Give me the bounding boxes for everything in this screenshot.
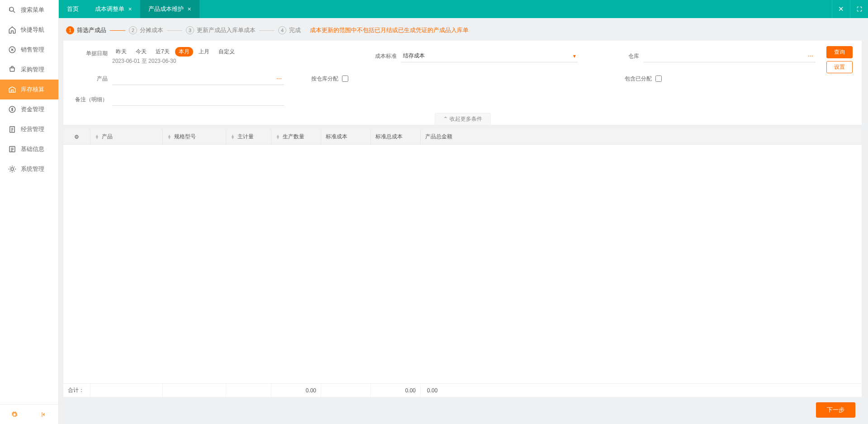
sidebar-item-inventory[interactable]: 库存核算 <box>0 80 58 99</box>
step-label: 筛选产成品 <box>77 26 106 34</box>
collapse-label: 收起更多条件 <box>450 116 482 122</box>
date-from: 2023-06-01 <box>112 58 140 64</box>
tab-close-icon[interactable]: ✕ <box>187 6 191 12</box>
sidebar-item-system[interactable]: 系统管理 <box>0 159 58 179</box>
tf-cell <box>90 384 163 397</box>
money-icon <box>8 105 16 113</box>
tabs-bar: 首页 成本调整单 ✕ 产品成本维护 ✕ ✕ <box>59 0 868 18</box>
product-input[interactable]: ⋯ <box>112 72 284 85</box>
th-label: 规格型号 <box>174 133 196 141</box>
sidebar-item-basic[interactable]: 基础信息 <box>0 139 58 159</box>
step-line <box>110 30 125 31</box>
checkbox-label: 包含已分配 <box>625 75 652 83</box>
next-button[interactable]: 下一步 <box>816 402 855 418</box>
table-header: ⚙ ▲▼ 产品 ▲▼ 规格型号 ▲▼ 主计量 ▲▼ <box>63 129 862 145</box>
pill-7days[interactable]: 近7天 <box>152 47 173 57</box>
tf-qty: 0.00 <box>271 384 321 397</box>
step-1[interactable]: 1 筛选产成品 <box>66 26 106 34</box>
th-label: 主计量 <box>237 133 254 141</box>
remark-input[interactable] <box>112 93 284 106</box>
sidebar-item-label: 销售管理 <box>21 46 44 54</box>
collapse-button[interactable]: ⌃收起更多条件 <box>435 113 491 125</box>
th-unit[interactable]: ▲▼ 主计量 <box>226 129 271 144</box>
checkbox-label: 按仓库分配 <box>311 75 338 83</box>
query-button[interactable]: 查询 <box>826 46 853 58</box>
steps-warning: 成本更新的范围中不包括已月结或已生成凭证的产成品入库单 <box>310 26 469 34</box>
th-label: 产品 <box>102 133 113 141</box>
step-4[interactable]: 4 完成 <box>278 26 301 34</box>
sidebar-item-sales[interactable]: 销售管理 <box>0 40 58 60</box>
step-number: 4 <box>278 26 286 34</box>
step-label: 完成 <box>289 26 301 34</box>
include-allocated-field: 包含已分配 <box>625 75 662 83</box>
warehouse-input[interactable]: ⋯ <box>644 50 816 62</box>
step-2[interactable]: 2 分摊成本 <box>129 26 163 34</box>
th-label: 生产数量 <box>283 133 304 141</box>
th-spec[interactable]: ▲▼ 规格型号 <box>163 129 226 144</box>
sidebar: 搜索菜单 快捷导航 销售管理 采购管理 库存核算 资金管理 经营管理 基础信息 <box>0 0 59 424</box>
pill-yesterday[interactable]: 昨天 <box>112 47 130 57</box>
pill-today[interactable]: 今天 <box>132 47 150 57</box>
sort-icon: ▲▼ <box>167 135 171 139</box>
step-3[interactable]: 3 更新产成品入库单成本 <box>186 26 256 34</box>
th-settings[interactable]: ⚙ <box>63 129 90 144</box>
tf-stdtotal: 0.00 <box>371 384 421 397</box>
fullscreen-button[interactable] <box>850 0 868 18</box>
cart-icon <box>8 66 16 74</box>
step-line <box>167 30 182 31</box>
field-label: 备注（明细） <box>73 93 108 104</box>
sidebar-item-quicknav[interactable]: 快捷导航 <box>0 20 58 40</box>
collapse-sidebar-button[interactable] <box>29 405 59 424</box>
close-all-button[interactable]: ✕ <box>832 0 850 18</box>
th-qty[interactable]: ▲▼ 生产数量 <box>271 129 321 144</box>
sales-icon <box>8 46 16 54</box>
pill-lastmonth[interactable]: 上月 <box>195 47 213 57</box>
tab-product-cost[interactable]: 产品成本维护 ✕ <box>140 0 199 18</box>
select-value: 结存成本 <box>403 52 425 60</box>
include-allocated-checkbox[interactable] <box>655 75 662 82</box>
sidebar-item-finance[interactable]: 资金管理 <box>0 99 58 119</box>
pill-month[interactable]: 本月 <box>175 47 193 57</box>
steps-wizard: 1 筛选产成品 2 分摊成本 3 更新产成品入库单成本 4 完成 <box>63 24 862 41</box>
date-to: 2023-06-30 <box>148 58 176 64</box>
content: 1 筛选产成品 2 分摊成本 3 更新产成品入库单成本 4 完成 <box>59 18 868 424</box>
sidebar-item-business[interactable]: 经营管理 <box>0 119 58 139</box>
search-icon <box>8 6 16 14</box>
sidebar-item-label: 系统管理 <box>21 165 44 173</box>
date-sep: 至 <box>142 58 147 64</box>
th-prodtotal[interactable]: 产品总金额 <box>421 129 862 144</box>
filter-card: 查询 设置 单据日期 昨天 今天 近7天 本月 上月 <box>63 41 862 125</box>
main: 首页 成本调整单 ✕ 产品成本维护 ✕ ✕ <box>59 0 868 424</box>
more-icon[interactable]: ⋯ <box>808 53 814 59</box>
filter-actions: 查询 设置 <box>826 46 853 73</box>
clipboard-icon <box>8 125 16 133</box>
step-number: 1 <box>66 26 74 34</box>
product-field: 产品 ⋯ <box>73 72 284 85</box>
th-stdtotal[interactable]: 标准总成本 <box>371 129 421 144</box>
cost-std-select[interactable]: 结存成本 ▾ <box>401 50 578 62</box>
close-icon: ✕ <box>838 5 844 13</box>
step-line <box>259 30 275 31</box>
step-number: 2 <box>129 26 137 34</box>
tabs-right: ✕ <box>832 0 868 18</box>
sidebar-item-purchase[interactable]: 采购管理 <box>0 60 58 80</box>
tab-cost-adjust[interactable]: 成本调整单 ✕ <box>87 0 140 18</box>
sidebar-item-search[interactable]: 搜索菜单 <box>0 0 58 20</box>
settings-button[interactable] <box>0 405 29 424</box>
th-product[interactable]: ▲▼ 产品 <box>90 129 163 144</box>
pill-custom[interactable]: 自定义 <box>215 47 238 57</box>
sidebar-item-label: 资金管理 <box>21 105 44 113</box>
tab-label: 首页 <box>67 5 79 13</box>
svg-point-5 <box>11 168 14 170</box>
more-icon[interactable]: ⋯ <box>276 75 282 82</box>
inventory-icon <box>8 85 16 94</box>
th-stdcost[interactable]: 标准成本 <box>321 129 371 144</box>
tab-close-icon[interactable]: ✕ <box>128 6 132 12</box>
field-label: 单据日期 <box>73 47 108 57</box>
tf-cell <box>226 384 271 397</box>
gear-icon <box>11 411 18 418</box>
settings-button[interactable]: 设置 <box>826 61 853 73</box>
tab-home[interactable]: 首页 <box>59 0 87 18</box>
th-label: 标准总成本 <box>375 133 403 141</box>
by-warehouse-checkbox[interactable] <box>342 75 348 82</box>
